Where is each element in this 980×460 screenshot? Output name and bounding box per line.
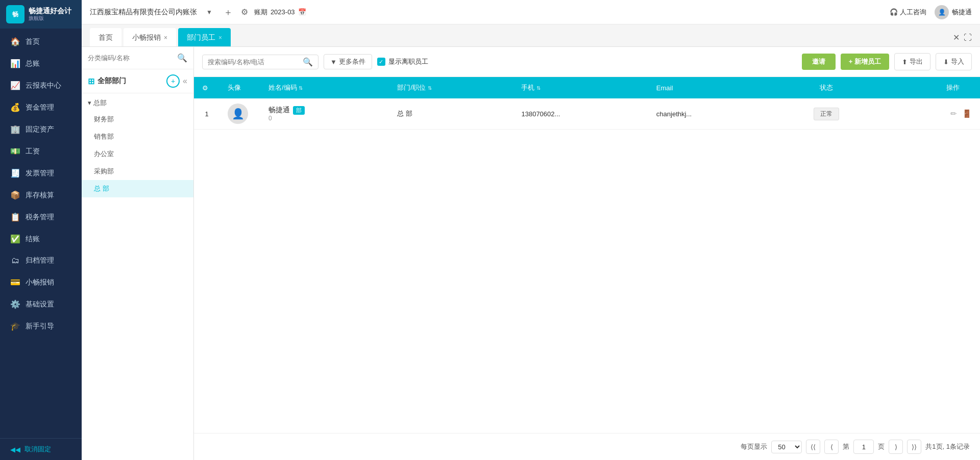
tab-home[interactable]: 首页	[90, 28, 121, 46]
pin-icon: ◀◀	[10, 446, 20, 453]
dept-item-finance[interactable]: 财务部	[82, 111, 193, 128]
sidebar-item-payroll[interactable]: 💵 工资	[0, 140, 82, 162]
topbar: 江西服宝精品有限责任公司内账张 ▼ ＋ ⚙ 账期 2023-03 📅 🎧 人工咨…	[82, 0, 980, 24]
sidebar-item-assets[interactable]: 🏢 固定资产	[0, 118, 82, 140]
tab-department-close[interactable]: ×	[218, 34, 222, 41]
tab-department[interactable]: 部门员工 ×	[178, 28, 231, 46]
avatar: 👤	[228, 104, 248, 124]
add-employee-btn[interactable]: + 新增员工	[841, 54, 889, 70]
employee-table-wrap: ⚙ 头像 姓名/编码 ⇅ 部门/职位 ⇅	[194, 77, 980, 433]
show-resigned-label: 显示离职员工	[388, 57, 428, 66]
dept-collapse-btn[interactable]: «	[183, 76, 187, 86]
sidebar-item-home[interactable]: 🏠 首页	[0, 31, 82, 53]
first-page-btn[interactable]: ⟨⟨	[806, 440, 820, 454]
sidebar-item-guide[interactable]: 🎓 新手引导	[0, 315, 82, 337]
sidebar-item-ledger[interactable]: 📊 总账	[0, 53, 82, 74]
reports-icon: 📈	[10, 81, 20, 90]
sidebar-label-archive: 归档管理	[26, 256, 54, 265]
dept-header-left: ⊞ 全部部门	[88, 76, 126, 86]
dept-actions: + «	[166, 74, 187, 88]
user-info[interactable]: 👤 畅捷通	[935, 5, 972, 19]
tab-expense[interactable]: 小畅报销 ×	[124, 28, 176, 46]
tab-close-icon-btn[interactable]: ✕	[953, 33, 960, 42]
assets-icon: 🏢	[10, 124, 20, 134]
cancel-pin-btn[interactable]: ◀◀ 取消固定	[0, 438, 82, 460]
col-dept-label: 部门/职位	[397, 84, 426, 91]
total-label: 共1页, 1条记录	[925, 442, 970, 451]
show-resigned-checkbox[interactable]: ✓	[377, 58, 385, 66]
table-body: 1 👤 畅捷通 部	[194, 98, 980, 130]
expense-icon: 💳	[10, 277, 20, 287]
sidebar-item-funds[interactable]: 💰 资金管理	[0, 96, 82, 118]
sidebar-label-invoice: 发票管理	[26, 169, 54, 178]
col-dept[interactable]: 部门/职位 ⇅	[389, 77, 513, 98]
search-input[interactable]	[208, 58, 300, 66]
company-dropdown-btn[interactable]: ▼	[203, 8, 215, 17]
dept-item-general[interactable]: 总 部	[82, 180, 193, 197]
show-resigned[interactable]: ✓ 显示离职员工	[377, 57, 428, 66]
sidebar-label-tax: 税务管理	[26, 213, 54, 222]
tab-expand-icon-btn[interactable]: ⛶	[964, 33, 972, 42]
dept-search-input[interactable]	[88, 54, 174, 62]
emp-code: 0	[268, 115, 381, 122]
prev-page-btn[interactable]: ⟨	[824, 440, 839, 454]
page-input[interactable]	[853, 440, 874, 454]
filter-btn[interactable]: ▼ 更多条件	[324, 54, 372, 69]
dept-search-btn[interactable]: 🔍	[177, 53, 187, 63]
invite-btn[interactable]: 邀请	[802, 54, 836, 70]
cell-name: 畅捷通 部 0	[260, 98, 389, 130]
tax-icon: 📋	[10, 212, 20, 222]
next-page-btn[interactable]: ⟩	[889, 440, 903, 454]
sidebar-item-reports[interactable]: 📈 云报表中心	[0, 74, 82, 96]
sidebar-item-settings[interactable]: ⚙️ 基础设置	[0, 293, 82, 315]
edit-btn[interactable]: ✏	[950, 109, 957, 118]
dept-item-purchase[interactable]: 采购部	[82, 163, 193, 180]
sidebar-item-archive[interactable]: 🗂 归档管理	[0, 250, 82, 271]
sidebar-item-invoice[interactable]: 🧾 发票管理	[0, 162, 82, 184]
cell-status: 正常	[775, 98, 877, 130]
invoice-icon: 🧾	[10, 168, 20, 178]
col-action-label: 操作	[946, 84, 960, 91]
per-page-select[interactable]: 50 100 200	[771, 441, 802, 453]
export-btn[interactable]: ⬆ 导出	[894, 53, 930, 70]
col-status: 状态	[775, 77, 877, 98]
service-btn[interactable]: 🎧 人工咨询	[890, 8, 926, 17]
col-email: Email	[648, 77, 775, 98]
export-icon: ⬆	[902, 58, 908, 66]
sidebar-label-home: 首页	[26, 37, 40, 46]
sidebar-item-closing[interactable]: ✅ 结账	[0, 228, 82, 250]
dept-grid-icon: ⊞	[88, 76, 94, 86]
sidebar-logo: 畅 畅捷通好会计 旗舰版	[0, 0, 82, 29]
add-company-btn[interactable]: ＋	[222, 5, 235, 19]
col-avatar: 头像	[219, 77, 260, 98]
col-name[interactable]: 姓名/编码 ⇅	[260, 77, 389, 98]
funds-icon: 💰	[10, 103, 20, 112]
sidebar-label-assets: 固定资产	[26, 125, 54, 134]
gear-header-icon[interactable]: ⚙	[202, 84, 208, 92]
sidebar-item-inventory[interactable]: 📦 库存核算	[0, 184, 82, 206]
sidebar-item-expense[interactable]: 💳 小畅报销	[0, 271, 82, 293]
topbar-right: 🎧 人工咨询 👤 畅捷通	[890, 5, 972, 19]
dept-item-office[interactable]: 办公室	[82, 145, 193, 163]
col-phone[interactable]: 手机 ⇅	[513, 77, 648, 98]
tabbar: 首页 小畅报销 × 部门员工 × ✕ ⛶	[82, 24, 980, 47]
sidebar-label-payroll: 工资	[26, 147, 40, 156]
search-bar: 🔍	[202, 55, 318, 69]
sidebar-label-closing: 结账	[26, 235, 40, 244]
sidebar-label-settings: 基础设置	[26, 300, 54, 309]
pagination: 每页显示 50 100 200 ⟨⟨ ⟨ 第 页 ⟩ ⟩⟩ 共1页, 1条记录	[194, 433, 980, 460]
tab-expense-close[interactable]: ×	[164, 34, 167, 41]
settings-btn[interactable]: ⚙	[241, 7, 248, 17]
sidebar-label-funds: 资金管理	[26, 103, 54, 112]
dept-add-btn[interactable]: +	[166, 74, 180, 88]
closing-icon: ✅	[10, 234, 20, 244]
last-page-btn[interactable]: ⟩⟩	[907, 440, 921, 454]
leave-btn[interactable]: 🚪	[962, 109, 972, 118]
company-name: 江西服宝精品有限责任公司内账张	[90, 8, 197, 17]
per-page-label: 每页显示	[741, 442, 767, 451]
sidebar-item-tax[interactable]: 📋 税务管理	[0, 206, 82, 228]
import-btn[interactable]: ⬇ 导入	[936, 53, 972, 70]
sidebar-label-reports: 云报表中心	[26, 81, 61, 90]
dept-item-sales[interactable]: 销售部	[82, 128, 193, 145]
import-icon: ⬇	[943, 58, 949, 66]
